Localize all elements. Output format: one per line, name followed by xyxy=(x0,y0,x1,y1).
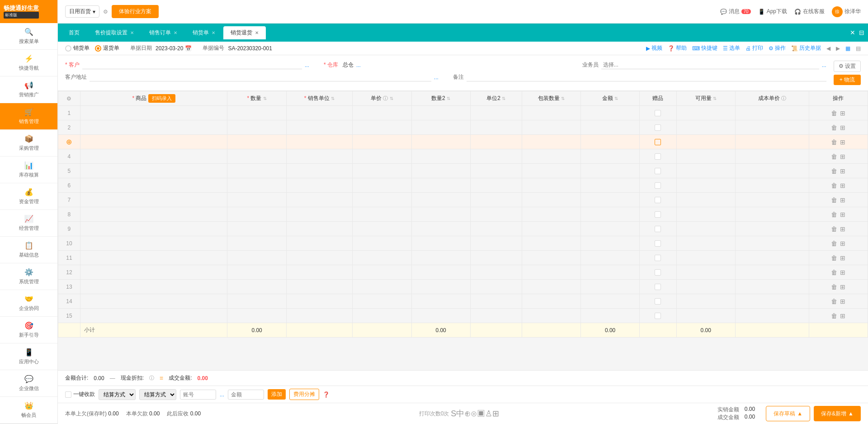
amount-input[interactable] xyxy=(228,390,264,400)
copy-icon[interactable]: ⊞ xyxy=(840,254,845,262)
copy-icon-add[interactable]: ⊞ xyxy=(840,138,845,146)
copy-icon[interactable]: ⊞ xyxy=(840,153,845,160)
tab-sale-order[interactable]: 销售订单 ✕ xyxy=(142,26,184,39)
tab-sale-return[interactable]: 销货退货 ✕ xyxy=(223,26,266,39)
copy-icon[interactable]: ⊞ xyxy=(840,240,845,247)
row-price-1[interactable] xyxy=(353,106,411,120)
select-link[interactable]: ☰ 选单 xyxy=(723,44,740,52)
copy-icon[interactable]: ⊞ xyxy=(840,312,845,319)
tab-sale-price[interactable]: 售价提取设置 ✕ xyxy=(88,26,141,39)
add-row-unit[interactable] xyxy=(286,135,353,149)
cost-info-icon[interactable]: ⓘ xyxy=(781,95,786,101)
row-qty-2[interactable] xyxy=(227,120,286,135)
settings-icon[interactable]: ⚙ xyxy=(103,9,108,15)
prev-record-icon[interactable]: ◀ xyxy=(826,45,830,52)
row-available-2[interactable] xyxy=(676,120,735,135)
copy-icon-2[interactable]: ⊞ xyxy=(840,124,845,131)
unit2-sort-icon[interactable]: ⇅ xyxy=(502,96,505,101)
sidebar-item-marketing[interactable]: 📢 营销推广 xyxy=(0,76,57,103)
tab-sale-out[interactable]: 销货单 ✕ xyxy=(185,26,222,39)
row-gift-1[interactable] xyxy=(640,106,676,120)
row-qty2-2[interactable] xyxy=(411,120,470,135)
add-row-product[interactable] xyxy=(80,135,227,149)
delete-icon[interactable]: 🗑 xyxy=(831,298,837,305)
add-row-price[interactable] xyxy=(353,135,411,149)
video-link[interactable]: ▶ 视频 xyxy=(646,44,662,52)
settings-button[interactable]: ⚙ 设置 xyxy=(834,61,861,72)
delete-icon[interactable]: 🗑 xyxy=(831,196,837,204)
tab-menu-icon[interactable]: ⊟ xyxy=(859,29,864,36)
row-product-1[interactable] xyxy=(80,106,227,120)
calendar-icon[interactable]: 📅 xyxy=(185,45,192,52)
row-unit-1[interactable] xyxy=(286,106,353,120)
row-qty2-1[interactable] xyxy=(411,106,470,120)
add-payment-button[interactable]: 添加 xyxy=(268,389,286,400)
sidebar-item-wechat[interactable]: 💬 企业微信 xyxy=(0,370,57,397)
radio-return[interactable]: 退货单 xyxy=(95,44,119,52)
tab-sale-price-close[interactable]: ✕ xyxy=(130,30,134,35)
row-unit2-1[interactable] xyxy=(470,106,522,120)
sidebar-item-operations[interactable]: 📈 经营管理 xyxy=(0,210,57,237)
copy-icon[interactable]: ⊞ xyxy=(840,283,845,291)
copy-icon[interactable]: ⊞ xyxy=(840,196,845,204)
payment-dots[interactable]: ... xyxy=(220,391,224,398)
grid-view-icon[interactable]: ▦ xyxy=(845,45,850,52)
split-payment-button[interactable]: 费用分摊 xyxy=(289,389,319,400)
available-sort-icon[interactable]: ⇅ xyxy=(713,96,717,101)
row-cost-1[interactable] xyxy=(735,106,809,120)
row-gift-2[interactable] xyxy=(640,120,676,135)
add-row-gift[interactable] xyxy=(640,135,676,149)
staff-dots[interactable]: ... xyxy=(822,62,826,68)
row-price-2[interactable] xyxy=(353,120,411,135)
app-download-area[interactable]: 📱 App下载 xyxy=(758,8,787,15)
add-row-icon-cell[interactable]: ⊕ xyxy=(58,135,80,149)
sidebar-item-enterprise[interactable]: 🤝 企业协同 xyxy=(0,290,57,317)
add-row-cost[interactable] xyxy=(735,135,809,149)
row-cost-2[interactable] xyxy=(735,120,809,135)
unit-sort-icon[interactable]: ⇅ xyxy=(331,96,335,101)
delete-icon[interactable]: 🗑 xyxy=(831,153,837,160)
sidebar-item-member[interactable]: 👑 畅会员 xyxy=(0,397,57,424)
row-product-2[interactable] xyxy=(80,120,227,135)
online-service-area[interactable]: 🎧 在线客服 xyxy=(794,8,825,15)
payment-help-icon[interactable]: ❓ xyxy=(323,391,330,398)
delete-icon[interactable]: 🗑 xyxy=(831,283,837,291)
help-link[interactable]: ❓ 帮助 xyxy=(668,44,687,52)
staff-input[interactable] xyxy=(601,61,819,69)
delete-icon[interactable]: 🗑 xyxy=(831,240,837,247)
method-select[interactable]: 结算方式 xyxy=(99,389,136,400)
delete-icon[interactable]: 🗑 xyxy=(831,269,837,276)
sidebar-item-system[interactable]: ⚙️ 系统管理 xyxy=(0,263,57,290)
trial-button[interactable]: 体验行业方案 xyxy=(112,5,159,18)
copy-icon-1[interactable]: ⊞ xyxy=(840,110,845,117)
add-row-amount[interactable] xyxy=(580,135,639,149)
delete-icon[interactable]: 🗑 xyxy=(831,225,837,233)
user-area[interactable]: 徐 徐泽华 xyxy=(832,6,861,17)
logistics-button[interactable]: + 物流 xyxy=(834,75,861,85)
scan-button[interactable]: 扫码录入 xyxy=(148,94,175,103)
row-qty-1[interactable] xyxy=(227,106,286,120)
price-sort-icon[interactable]: ⇅ xyxy=(390,96,393,101)
delete-icon-1[interactable]: 🗑 xyxy=(831,110,837,117)
pack-sort-icon[interactable]: ⇅ xyxy=(561,96,565,101)
tab-sale-order-close[interactable]: ✕ xyxy=(174,30,177,35)
industry-select[interactable]: 日用百货 ▾ xyxy=(65,5,99,18)
sidebar-item-apps[interactable]: 📱 应用中心 xyxy=(0,343,57,370)
delete-icon-add[interactable]: 🗑 xyxy=(831,138,837,146)
add-row-pack[interactable] xyxy=(522,135,580,149)
add-row-qty[interactable] xyxy=(227,135,286,149)
account-select[interactable]: 结算方式 xyxy=(139,389,176,400)
one-key-checkbox[interactable]: 一键收款 xyxy=(65,391,95,398)
sidebar-item-basic[interactable]: 📋 基础信息 xyxy=(0,237,57,263)
delete-icon-2[interactable]: 🗑 xyxy=(831,124,837,131)
copy-icon[interactable]: ⊞ xyxy=(840,225,845,233)
tab-close-all-icon[interactable]: ✕ xyxy=(850,29,855,36)
sidebar-item-sales[interactable]: 🛒 销售管理 xyxy=(0,103,57,130)
save-new-button[interactable]: 保存&新增 ▲ xyxy=(814,406,861,421)
sidebar-item-shortcut[interactable]: ⚡ 快捷导航 xyxy=(0,50,57,76)
price-info-icon[interactable]: ⓘ xyxy=(383,95,388,101)
operate-link[interactable]: ⚙ 操作 xyxy=(769,44,786,52)
one-key-check-box[interactable] xyxy=(65,391,71,398)
sidebar-item-search[interactable]: 🔍 搜索菜单 xyxy=(0,23,57,50)
message-area[interactable]: 💬 消息 70 xyxy=(720,8,751,15)
